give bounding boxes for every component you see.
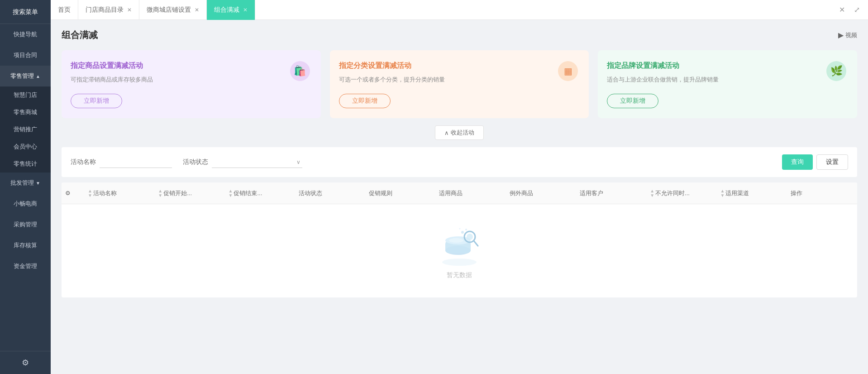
tab-fullscreen-icon[interactable]: ⤢ <box>851 5 863 15</box>
sidebar-item-retail-mall[interactable]: 零售商城 <box>0 104 51 121</box>
brand-card-desc: 适合与上游企业联合做营销，提升品牌销量 <box>607 75 848 85</box>
tab-store-catalog[interactable]: 门店商品目录 ✕ <box>78 0 139 20</box>
sidebar-item-project-contract[interactable]: 项目合同 <box>0 45 51 66</box>
th-name: ▲▼ 活动名称 <box>84 189 154 198</box>
tab-home[interactable]: 首页 <box>51 0 78 20</box>
sidebar-item-inventory[interactable]: 库存核算 <box>0 235 51 256</box>
svg-point-0 <box>442 259 477 266</box>
th-goods: 适用商品 <box>435 189 506 197</box>
filter-row: 活动名称 活动状态 ∨ 查询 设置 <box>62 147 857 177</box>
sidebar-item-xiaochangec[interactable]: 小畅电商 <box>0 193 51 214</box>
sidebar-item-purchase-mgmt[interactable]: 采购管理 <box>0 214 51 235</box>
svg-point-8 <box>461 231 464 234</box>
th-no-concurrent-sort-icon[interactable]: ▲▼ <box>650 189 654 198</box>
tab-wechat-store[interactable]: 微商城店铺设置 ✕ <box>139 0 207 20</box>
collapse-activity-btn[interactable]: ∧ 收起活动 <box>435 125 484 140</box>
product-card-icon: 🛍️ <box>290 61 310 81</box>
content-area: 组合满减 ▶ 视频 指定商品设置满减活动 🛍️ 可指定滞销商品或库存较多商品 立… <box>51 20 868 374</box>
play-circle-icon: ▶ <box>838 31 844 39</box>
product-card-title: 指定商品设置满减活动 <box>71 61 312 71</box>
sidebar-item-finance-mgmt[interactable]: 资金管理 <box>0 256 51 277</box>
th-except: 例外商品 <box>506 189 576 197</box>
category-card-title: 指定分类设置满减活动 <box>339 61 580 71</box>
table-header: ⚙ ▲▼ 活动名称 ▲▼ 促销开始... ▲▼ 促销结束... 活动状态 <box>62 182 857 204</box>
svg-point-6 <box>467 234 473 240</box>
th-settings[interactable]: ⚙ <box>62 190 84 197</box>
brand-card-title: 指定品牌设置满减活动 <box>607 61 848 71</box>
tab-close-combo-discount[interactable]: ✕ <box>243 7 248 13</box>
query-button[interactable]: 查询 <box>782 154 813 170</box>
page-title: 组合满减 <box>62 29 98 41</box>
filter-name-label: 活动名称 <box>71 158 96 166</box>
filter-name-input[interactable] <box>100 157 172 168</box>
sidebar-item-member-center[interactable]: 会员中心 <box>0 138 51 155</box>
promo-card-product: 指定商品设置满减活动 🛍️ 可指定滞销商品或库存较多商品 立即新增 <box>62 50 321 118</box>
th-settings-icon: ⚙ <box>65 190 71 197</box>
th-start: ▲▼ 促销开始... <box>154 189 224 198</box>
th-name-sort-icon[interactable]: ▲▼ <box>88 189 92 198</box>
th-channel-sort-icon[interactable]: ▲▼ <box>720 189 725 198</box>
settings-button[interactable]: 设置 <box>816 154 848 170</box>
th-channel: ▲▼ 适用渠道 <box>716 189 787 198</box>
svg-point-4 <box>449 238 463 243</box>
sidebar-sub-retail: 智慧门店 零售商城 营销推广 会员中心 零售统计 <box>0 86 51 173</box>
th-rule: 促销规则 <box>365 189 435 197</box>
sidebar-item-smart-store[interactable]: 智慧门店 <box>0 86 51 104</box>
empty-text: 暂无数据 <box>447 271 472 279</box>
filter-status-select-wrap: ∨ <box>212 157 302 168</box>
svg-line-7 <box>474 241 478 246</box>
sidebar-item-marketing[interactable]: 营销推广 <box>0 121 51 138</box>
filter-actions: 查询 设置 <box>782 154 848 170</box>
category-card-desc: 可选一个或者多个分类，提升分类的销量 <box>339 75 580 85</box>
filter-status-select[interactable] <box>212 157 302 168</box>
filter-status-label: 活动状态 <box>183 158 208 166</box>
product-card-desc: 可指定滞销商品或库存较多商品 <box>71 75 312 85</box>
tab-combo-discount[interactable]: 组合满减 ✕ <box>207 0 255 20</box>
tab-actions: ✕ ⤢ <box>836 5 868 15</box>
th-status: 活动状态 <box>295 189 365 197</box>
tab-bar: 首页 门店商品目录 ✕ 微商城店铺设置 ✕ 组合满减 ✕ ✕ ⤢ <box>51 0 868 20</box>
th-customer: 适用客户 <box>576 189 646 197</box>
sidebar-item-quick-nav[interactable]: 快捷导航 <box>0 24 51 45</box>
sidebar-item-retail-stats[interactable]: 零售统计 <box>0 155 51 173</box>
th-start-sort-icon[interactable]: ▲▼ <box>158 189 162 198</box>
th-no-concurrent: ▲▼ 不允许同时... <box>646 189 716 198</box>
sidebar-search[interactable]: 搜索菜单 <box>0 0 51 24</box>
empty-illustration <box>434 222 484 268</box>
tab-resize-icon[interactable]: ✕ <box>836 5 848 15</box>
brand-card-btn[interactable]: 立即新增 <box>607 94 658 108</box>
collapse-icon: ∧ <box>444 129 449 136</box>
sidebar-bottom: ⚙ <box>0 351 51 374</box>
svg-point-10 <box>459 228 461 230</box>
sidebar: 搜索菜单 快捷导航 项目合同 零售管理 ▲ 智慧门店 零售商城 营销推广 会员中… <box>0 0 51 374</box>
collapse-bar: ∧ 收起活动 <box>62 125 857 140</box>
data-table: ⚙ ▲▼ 活动名称 ▲▼ 促销开始... ▲▼ 促销结束... 活动状态 <box>62 182 857 297</box>
filter-name: 活动名称 <box>71 157 172 168</box>
main-area: 首页 门店商品目录 ✕ 微商城店铺设置 ✕ 组合满减 ✕ ✕ ⤢ 组合满减 ▶ … <box>51 0 868 374</box>
cards-row: 指定商品设置满减活动 🛍️ 可指定滞销商品或库存较多商品 立即新增 指定分类设置… <box>62 50 857 118</box>
product-card-btn[interactable]: 立即新增 <box>71 94 122 108</box>
sidebar-item-retail-mgmt[interactable]: 零售管理 ▲ <box>0 66 51 86</box>
table-body: 暂无数据 <box>62 204 857 297</box>
promo-card-brand: 指定品牌设置满减活动 🌿 适合与上游企业联合做营销，提升品牌销量 立即新增 <box>598 50 857 118</box>
video-link[interactable]: ▶ 视频 <box>838 31 857 39</box>
settings-icon[interactable]: ⚙ <box>22 358 29 367</box>
svg-point-9 <box>465 229 467 230</box>
retail-arrow-icon: ▲ <box>36 74 40 79</box>
tab-close-wechat-store[interactable]: ✕ <box>195 7 199 13</box>
brand-card-icon: 🌿 <box>826 61 846 81</box>
th-end-sort-icon[interactable]: ▲▼ <box>229 189 233 198</box>
page-header: 组合满减 ▶ 视频 <box>62 29 857 41</box>
category-card-btn[interactable]: 立即新增 <box>339 94 391 108</box>
promo-card-category: 指定分类设置满减活动 ▦ 可选一个或者多个分类，提升分类的销量 立即新增 <box>330 50 589 118</box>
tab-close-store-catalog[interactable]: ✕ <box>127 7 132 13</box>
th-end: ▲▼ 促销结束... <box>225 189 295 198</box>
wholesale-arrow-icon: ▼ <box>36 181 40 186</box>
th-actions: 操作 <box>787 189 857 197</box>
filter-status: 活动状态 ∨ <box>183 157 302 168</box>
sidebar-item-wholesale-mgmt[interactable]: 批发管理 ▼ <box>0 173 51 193</box>
